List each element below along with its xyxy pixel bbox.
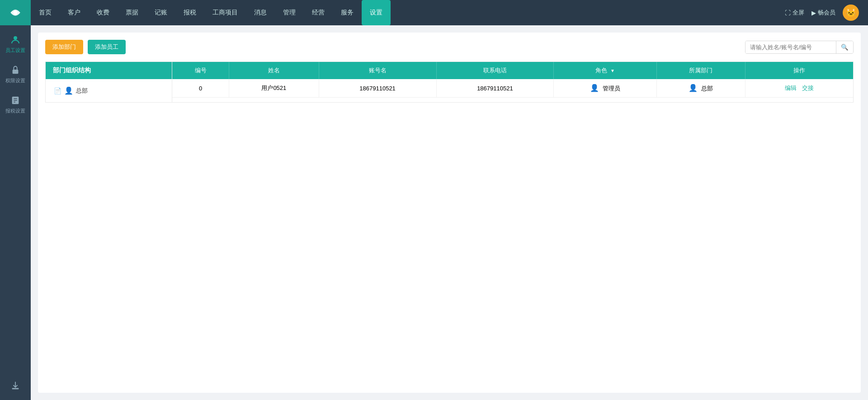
cell-role: 👤 管理员	[554, 79, 657, 98]
sidebar-label-permission: 权限设置	[5, 77, 25, 84]
toolbar: 添加部门 添加员工 🔍	[45, 40, 854, 54]
panel-layout: 部门组织结构 📄 👤 总部 编号	[45, 61, 854, 103]
nav-item-settings[interactable]: 设置	[362, 0, 391, 25]
nav-item-msg[interactable]: 消息	[246, 0, 275, 25]
nav-item-biz[interactable]: 工商项目	[204, 0, 246, 25]
avatar[interactable]: 🐱	[843, 5, 859, 21]
file-icon: 📄	[54, 87, 61, 94]
edit-link[interactable]: 编辑	[785, 85, 797, 91]
emp-table-area: 编号 姓名 账号名 联系电话 角色 ▼ 所属部门 操作	[172, 62, 853, 102]
nav-item-manage[interactable]: 管理	[275, 0, 304, 25]
nav-item-tax[interactable]: 报税	[175, 0, 204, 25]
cell-phone: 18679110521	[436, 79, 554, 98]
col-header-name: 姓名	[229, 62, 319, 79]
logo-area[interactable]	[0, 0, 31, 25]
nav-right: ⛶ 全屏 ▶ 畅会员 🐱	[785, 5, 868, 21]
cell-dept: 👤 总部	[657, 79, 745, 98]
lock-icon	[10, 65, 21, 75]
dept-node-label: 总部	[76, 87, 88, 95]
search-button[interactable]: 🔍	[836, 41, 853, 53]
add-dept-button[interactable]: 添加部门	[45, 40, 83, 54]
col-header-dept: 所属部门	[657, 62, 745, 79]
sidebar-label-employee: 员工设置	[5, 47, 25, 54]
download-icon	[10, 380, 21, 391]
svg-rect-2	[13, 70, 19, 74]
dept-node-headquarters[interactable]: 📄 👤 总部	[50, 84, 167, 98]
content-area: 添加部门 添加员工 🔍 部门组织结构 📄 👤	[31, 25, 868, 400]
sidebar: 员工设置 权限设置 报税设置	[0, 25, 31, 400]
nav-items: 首页 客户 收费 票据 记账 报税 工商项目 消息 管理 经营 服务 设置	[31, 0, 785, 25]
cell-account: 18679110521	[319, 79, 436, 98]
search-input[interactable]	[745, 41, 836, 53]
dept-tree-header: 部门组织结构	[46, 62, 172, 79]
col-header-account: 账号名	[319, 62, 436, 79]
nav-item-customer[interactable]: 客户	[60, 0, 89, 25]
dept-label: 总部	[701, 85, 713, 92]
role-user-icon: 👤	[590, 84, 599, 92]
table-header-row: 编号 姓名 账号名 联系电话 角色 ▼ 所属部门 操作	[172, 62, 853, 79]
svg-point-0	[14, 11, 18, 15]
handover-link[interactable]: 交接	[802, 85, 814, 91]
member-button[interactable]: ▶ 畅会员	[811, 9, 835, 17]
nav-item-account[interactable]: 记账	[146, 0, 175, 25]
add-emp-button[interactable]: 添加员工	[88, 40, 126, 54]
filter-icon: ▼	[610, 68, 615, 73]
dept-tree: 部门组织结构 📄 👤 总部	[46, 62, 172, 102]
cell-id: 0	[172, 79, 229, 98]
user-icon: 👤	[64, 86, 73, 95]
col-header-action: 操作	[745, 62, 853, 79]
col-role-label: 角色	[595, 67, 607, 74]
cell-name: 用户0521	[229, 79, 319, 98]
dept-user-icon: 👤	[689, 84, 698, 92]
dept-tree-body: 📄 👤 总部	[46, 79, 172, 102]
nav-item-service[interactable]: 服务	[333, 0, 362, 25]
search-icon: 🔍	[841, 44, 849, 51]
member-label: 畅会员	[818, 9, 835, 17]
table-row: 0 用户0521 18679110521 18679110521 👤 管理员 👤	[172, 79, 853, 98]
member-icon: ▶	[811, 9, 816, 16]
col-header-id: 编号	[172, 62, 229, 79]
employee-icon	[10, 34, 21, 45]
svg-point-1	[14, 36, 17, 40]
content-inner: 添加部门 添加员工 🔍 部门组织结构 📄 👤	[38, 33, 861, 393]
emp-table: 编号 姓名 账号名 联系电话 角色 ▼ 所属部门 操作	[172, 62, 853, 98]
top-nav: 首页 客户 收费 票据 记账 报税 工商项目 消息 管理 经营 服务 设置 ⛶ …	[0, 0, 868, 25]
fullscreen-button[interactable]: ⛶ 全屏	[785, 9, 804, 17]
sidebar-bottom	[0, 376, 31, 400]
nav-item-home[interactable]: 首页	[31, 0, 60, 25]
nav-item-fee[interactable]: 收费	[89, 0, 118, 25]
role-label: 管理员	[603, 85, 620, 92]
col-header-role[interactable]: 角色 ▼	[554, 62, 657, 79]
col-header-phone: 联系电话	[436, 62, 554, 79]
tax-icon	[10, 95, 21, 106]
sidebar-item-permission[interactable]: 权限设置	[0, 60, 31, 89]
search-area: 🔍	[745, 41, 854, 54]
nav-item-operation[interactable]: 经营	[304, 0, 333, 25]
sidebar-item-employee[interactable]: 员工设置	[0, 30, 31, 58]
fullscreen-icon: ⛶	[785, 9, 791, 16]
cell-actions: 编辑 交接	[745, 79, 853, 98]
fullscreen-label: 全屏	[793, 9, 804, 17]
svg-rect-7	[12, 388, 19, 390]
sidebar-item-download[interactable]	[0, 376, 31, 395]
nav-item-bill[interactable]: 票据	[118, 0, 146, 25]
main-layout: 员工设置 权限设置 报税设置	[0, 25, 868, 400]
sidebar-label-taxsetting: 报税设置	[5, 108, 25, 114]
sidebar-item-taxsetting[interactable]: 报税设置	[0, 90, 31, 119]
